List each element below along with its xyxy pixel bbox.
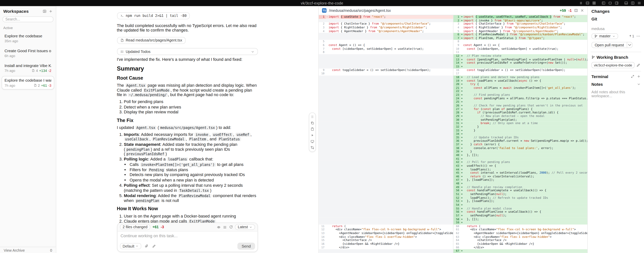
diff-old-cell: 5 (319, 40, 453, 44)
workspace-item[interactable]: Explore the codebase35m ago (2, 32, 54, 45)
diff-old-cell (319, 79, 453, 82)
arrow-up-icon (629, 34, 632, 38)
split-icon[interactable] (574, 9, 578, 12)
clipboard-icon[interactable] (310, 127, 314, 131)
plus-icon[interactable] (49, 9, 52, 13)
rows-icon[interactable] (586, 1, 589, 5)
file-read-chip[interactable]: Read medusa/src/pages/Agent.tsx (117, 37, 185, 44)
monitor-icon[interactable] (310, 140, 314, 144)
diff-old-cell: 10 (319, 72, 453, 76)
workspace-stats: 4+134-2 (32, 68, 52, 73)
diff-new-cell: 19+ const loadPlans = useCallback(async … (453, 79, 587, 82)
message-input[interactable] (117, 232, 258, 242)
diff-row: 59+ (319, 221, 588, 224)
diff-new-cell: 26+ // Check for new pending plans that … (453, 104, 587, 107)
version-selector[interactable]: Latest (235, 224, 255, 230)
diff-new-cell: 34+ (453, 132, 587, 136)
diff-row: 17 </div>66 </div> (319, 246, 588, 250)
panel-bottom-icon[interactable] (624, 1, 628, 5)
grid-icon[interactable] (592, 1, 596, 5)
model-selector[interactable]: Default (120, 243, 142, 249)
composer-controls: Default Send (117, 242, 258, 252)
diff-new-cell: 25+ (453, 100, 587, 104)
todos-icon (120, 50, 124, 54)
diff-old-cell (319, 36, 453, 40)
diff-old-cell (319, 157, 453, 161)
menu-icon[interactable] (638, 1, 641, 5)
diff-row: 15 <ChatInterface />64 <ChatInterface /> (319, 239, 588, 242)
diff-row: 48+ (319, 182, 588, 186)
chevron-down-icon[interactable] (251, 50, 254, 54)
diff-row: 26+ // Check for new pending plans that … (319, 104, 588, 107)
bold-text: Polling logic (124, 157, 148, 162)
diff-new-cell: 47+ }, [loadPlans]); (453, 178, 587, 182)
diff-new-cell: 1+import { useState, useEffect, useRef, … (453, 15, 587, 19)
panel-left-icon[interactable] (602, 1, 606, 5)
workspace-stats: 2+61-3 (34, 83, 52, 88)
diff-old-cell: 11 return ( (319, 224, 453, 228)
working-branch-header: Working Branch (592, 55, 640, 60)
list-item: Imports: Added necessary imports for inv… (124, 132, 258, 142)
close-icon[interactable] (580, 9, 584, 12)
file-icon (120, 39, 124, 42)
diff-old-cell (319, 111, 453, 114)
ahead-indicator: 1 (629, 34, 634, 38)
view-archive-link[interactable]: View Archive (4, 248, 25, 252)
branch-menu-button[interactable] (636, 34, 640, 38)
send-button[interactable]: Send (238, 243, 255, 250)
chat-panel: npm run build 2>&1 | tail -80The build c… (56, 6, 318, 253)
diff-row: 36+ previousPlanIdsRef.current = new Set… (319, 139, 588, 143)
diff-new-cell: 24+ const pendingPlans = allPlans.filter… (453, 97, 587, 100)
diff-row: 9 const toggleSidebar = () => setSidebar… (319, 68, 588, 72)
branch-selector[interactable]: master (592, 33, 618, 39)
diff-old-cell (319, 214, 453, 217)
expand-terminal-icon[interactable] (631, 75, 634, 78)
diff-new-cell: 53+ }, [loadPlans]); (453, 200, 587, 203)
workspace-item[interactable]: Install and integrate Vibe Kanban Web...… (2, 61, 54, 75)
todos-chip[interactable]: Updated Todos (117, 48, 258, 55)
eye-icon[interactable] (217, 225, 220, 229)
pause-icon[interactable] (579, 1, 583, 5)
file-icon (32, 69, 35, 72)
diff-old-cell (319, 132, 453, 136)
section-heading: How It Works Now (117, 206, 258, 212)
panels-icon[interactable] (43, 9, 46, 13)
square-icon[interactable] (608, 1, 612, 5)
assistant-paragraph: The Agent.tsx page was missing all plan … (117, 83, 258, 98)
working-branch-title: Working Branch (596, 55, 628, 60)
diff-new-cell: 11 (453, 51, 587, 54)
files-changed-badge[interactable]: 2 files changed (120, 224, 150, 230)
workspace-item[interactable]: Create Good First Issues on Github So...… (2, 46, 54, 60)
diff-row: 47+ }, [loadPlans]); (319, 178, 588, 182)
panel-right-icon[interactable] (615, 1, 619, 5)
list-item: Detect when a new plan arrives (124, 104, 258, 109)
drag-handle-icon[interactable] (310, 115, 314, 119)
diff-old-cell (319, 139, 453, 143)
diff-row: 39+ } (319, 150, 588, 154)
diff-row: 24+ const pendingPlans = allPlans.filter… (319, 97, 588, 100)
pr-options-button[interactable] (627, 42, 632, 48)
diff-row: 23+ // Find pending plans (319, 93, 588, 97)
diff-new-cell: 10 const [sidebarOpen, setSidebarOpen] =… (453, 47, 587, 51)
divider (591, 52, 641, 52)
new-terminal-icon[interactable] (637, 75, 640, 78)
refresh-icon[interactable] (229, 225, 233, 229)
diff-new-cell: 9const Agent = () => { (453, 44, 587, 47)
notes-collapse-icon[interactable] (637, 82, 640, 86)
play-icon[interactable] (310, 134, 314, 137)
split-icon[interactable] (631, 1, 634, 5)
search-input[interactable] (2, 16, 53, 22)
edit-icon[interactable] (152, 244, 156, 248)
git-compare-icon[interactable] (310, 146, 314, 150)
working-branch-input[interactable] (592, 62, 634, 68)
list-icon[interactable] (223, 225, 227, 229)
open-pr-button[interactable]: Open pull request (592, 42, 627, 48)
diff-old-cell: 9 const toggleSidebar = () => setSidebar… (319, 68, 453, 72)
diff-old-cell (319, 150, 453, 154)
copy-icon[interactable] (310, 121, 314, 125)
edit-branch-icon[interactable] (636, 63, 640, 67)
command-chip[interactable]: npm run build 2>&1 | tail -80 (117, 12, 190, 19)
chevron-down-icon (612, 35, 615, 38)
attach-file-icon[interactable] (144, 244, 148, 248)
workspace-item[interactable]: Explore the codebase I want you to ex...… (2, 76, 54, 90)
